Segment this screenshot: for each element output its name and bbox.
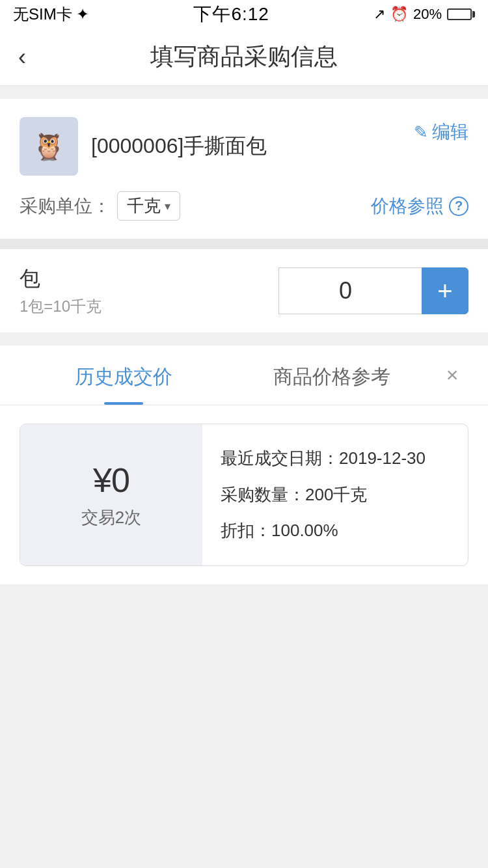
battery-percent: 20% <box>413 6 442 23</box>
history-date-row: 最近成交日期：2019-12-30 <box>221 445 450 472</box>
tab-history-price-label: 历史成交价 <box>75 366 172 387</box>
edit-icon: ✎ <box>414 122 428 142</box>
product-name: [0000006]手撕面包 <box>91 133 267 160</box>
history-discount-label: 折扣： <box>221 521 271 540</box>
history-card: ¥0 交易2次 最近成交日期：2019-12-30 采购数量：200千克 折扣：… <box>20 424 468 566</box>
back-button[interactable]: ‹ <box>18 44 26 71</box>
unit-value: 千克 <box>127 195 161 217</box>
alarm-icon: ⏰ <box>390 6 408 23</box>
tabs-panel: 历史成交价 商品价格参考 × ¥0 交易2次 最近成交日期：2019-12-30 <box>0 346 488 584</box>
product-header: 🦉 [0000006]手撕面包 ✎ 编辑 <box>20 117 468 176</box>
tab-product-price-ref[interactable]: 商品价格参考 <box>228 346 436 405</box>
history-transaction-count: 交易2次 <box>81 506 141 529</box>
product-logo-icon: 🦉 <box>33 131 65 162</box>
history-card-left: ¥0 交易2次 <box>20 424 202 565</box>
price-ref-label: 价格参照 <box>371 194 444 219</box>
status-time: 下午6:12 <box>193 2 269 27</box>
quantity-input[interactable] <box>278 267 422 314</box>
history-date-value: 2019-12-30 <box>339 448 426 468</box>
status-right: ↗ ⏰ 20% <box>373 6 475 23</box>
qty-label-block: 包 1包=10千克 <box>20 265 102 317</box>
section-divider <box>0 239 488 249</box>
history-discount-value: 100.00% <box>271 521 338 540</box>
unit-select[interactable]: 千克 ▾ <box>117 191 180 221</box>
history-card-right: 最近成交日期：2019-12-30 采购数量：200千克 折扣：100.00% <box>202 424 468 565</box>
tab-history-price[interactable]: 历史成交价 <box>20 346 228 405</box>
qty-unit-sub: 1包=10千克 <box>20 296 102 317</box>
price-ref-button[interactable]: 价格参照 ? <box>371 194 468 219</box>
product-unit-row: 采购单位： 千克 ▾ 价格参照 ? <box>20 191 468 221</box>
history-qty-label: 采购数量： <box>221 485 305 504</box>
product-thumbnail: 🦉 <box>20 117 78 176</box>
tab-close-button[interactable]: × <box>436 359 468 392</box>
status-bar: 无SIM卡 ✦ 下午6:12 ↗ ⏰ 20% <box>0 0 488 29</box>
history-qty-value: 200千克 <box>305 485 367 504</box>
tab-content: ¥0 交易2次 最近成交日期：2019-12-30 采购数量：200千克 折扣：… <box>0 405 488 584</box>
help-icon: ? <box>449 197 468 216</box>
product-card: 🦉 [0000006]手撕面包 ✎ 编辑 采购单位： 千克 ▾ 价格参照 ? <box>0 99 488 239</box>
edit-button[interactable]: ✎ 编辑 <box>414 120 468 144</box>
status-left: 无SIM卡 ✦ <box>13 4 89 25</box>
page-title: 填写商品采购信息 <box>150 41 338 73</box>
history-qty-row: 采购数量：200千克 <box>221 481 450 509</box>
product-left: 🦉 [0000006]手撕面包 <box>20 117 267 176</box>
qty-unit-main: 包 <box>20 265 102 293</box>
edit-label: 编辑 <box>432 120 468 144</box>
history-date-label: 最近成交日期： <box>221 448 339 468</box>
main-content: 🦉 [0000006]手撕面包 ✎ 编辑 采购单位： 千克 ▾ 价格参照 ? <box>0 99 488 868</box>
history-price: ¥0 <box>93 461 129 500</box>
tab-product-price-ref-label: 商品价格参考 <box>273 366 390 387</box>
qty-input-block: + <box>278 267 468 314</box>
chevron-down-icon: ▾ <box>165 199 170 213</box>
battery-icon <box>447 8 475 20</box>
unit-label: 采购单位： <box>20 194 111 219</box>
carrier-text: 无SIM卡 ✦ <box>13 4 89 25</box>
location-icon: ↗ <box>373 6 385 23</box>
history-discount-row: 折扣：100.00% <box>221 517 450 545</box>
nav-bar: ‹ 填写商品采购信息 <box>0 29 488 86</box>
tabs-header: 历史成交价 商品价格参考 × <box>0 346 488 405</box>
quantity-row: 包 1包=10千克 + <box>0 249 488 332</box>
qty-plus-button[interactable]: + <box>422 267 468 314</box>
tab-underline <box>104 402 143 405</box>
